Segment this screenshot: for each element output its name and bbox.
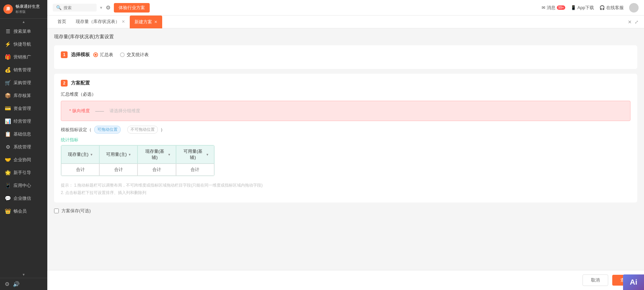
stats-header-1: 可用量(主) ▾ [99,145,138,164]
message-label: 消息 [547,5,555,11]
tab-new-scheme[interactable]: 新建方案 ✕ [130,16,162,28]
dimension-placeholder: 请选择分组维度 [109,108,140,114]
sidebar-item-marketing[interactable]: 🎁 营销推广 [0,51,47,64]
search-menu-icon: ☰ [5,28,11,34]
finance-icon: 💳 [5,105,11,112]
sidebar: 康 畅康通好生意 标准版 ▲ ☰ 搜索菜单 ⚡ 快捷导航 🎁 营销推广 💰 销售… [0,0,47,290]
topbar-gear-icon[interactable]: ⚙ [106,4,110,11]
section1-card: 1 选择模板 汇总表 交叉统计表 [54,45,637,69]
sidebar-item-finance[interactable]: 💳 资金管理 [0,102,47,115]
tab-expand-btns: ✕ ⤢ [628,19,639,25]
sidebar-item-enterprise[interactable]: 🤝 企业协同 [0,153,47,166]
message-item[interactable]: ✉ 消息 99+ [542,5,565,11]
stats-body-2: 合计 [138,164,176,176]
sidebar-item-label: 应用中心 [14,183,31,189]
online-service-item[interactable]: 🎧 在线客服 [599,5,624,11]
sidebar-item-purchase[interactable]: 🛒 采购管理 [0,76,47,89]
stats-table-header-row: 现存量(主) ▾ 可用量(主) ▾ 现存量(基辅) ▾ 可用量(基辅) ▾ [61,145,214,164]
hint-box: 提示： 1.拖动标题栏可以调整布局，不可跨维度或指标区域拖动栏目字段(只能在同一… [61,182,630,196]
template-cross-option[interactable]: 交叉统计表 [120,52,149,58]
marketing-icon: 🎁 [5,54,11,60]
radio-cross-dot [120,52,125,57]
sidebar-item-newbie[interactable]: 🌟 新手引导 [0,166,47,179]
trial-btn[interactable]: 体验行业方案 [114,3,150,13]
sidebar-item-system[interactable]: ⚙ 系统管理 [0,141,47,153]
tab-home[interactable]: 首页 [53,16,71,28]
template-summary-option[interactable]: 汇总表 [93,52,113,58]
ai-badge[interactable]: Ai [623,274,644,290]
topbar: 🔍 ▾ ⚙ 体验行业方案 ✉ 消息 99+ 📱 App下载 🎧 在线客服 [47,0,644,16]
chevron-down-2-icon[interactable]: ▾ [168,152,170,157]
sidebar-item-search-menu[interactable]: ☰ 搜索菜单 [0,25,47,38]
member-icon: 👑 [5,208,11,214]
sidebar-item-operation[interactable]: 📊 经营管理 [0,115,47,128]
dimension-box[interactable]: * 纵向维度 —— 请选择分组维度 [61,101,630,121]
cancel-button[interactable]: 取消 [583,274,608,286]
save-option-label: 方案保存(可选) [61,208,91,214]
chevron-down-3-icon[interactable]: ▾ [206,152,208,157]
page-title: 现存量(库存状况表)方案设置 [54,34,637,40]
stats-table-wrap: 现存量(主) ▾ 可用量(主) ▾ 现存量(基辅) ▾ 可用量(基辅) ▾ [61,145,215,176]
radio-summary-dot [93,52,98,57]
chevron-down-1-icon[interactable]: ▾ [129,152,131,157]
template-options: 汇总表 交叉统计表 [93,52,149,58]
sound-icon[interactable]: 🔊 [13,281,20,287]
message-badge: 99+ [557,5,565,10]
search-input[interactable] [64,5,91,10]
sidebar-item-inventory[interactable]: 📦 库存核算 [0,89,47,102]
sidebar-item-enterprise-wechat[interactable]: 💬 企业微信 [0,192,47,205]
stats-header-0-label: 现存量(主) [68,151,89,158]
save-option: 方案保存(可选) [54,208,637,214]
indicator-config-prefix: 模板指标设定（ [61,127,92,133]
expand-icon[interactable]: ⤢ [635,19,639,25]
tab-inventory-close-icon[interactable]: ✕ [122,19,125,24]
sidebar-item-label: 畅会员 [14,208,27,214]
topbar-right: ✉ 消息 99+ 📱 App下载 🎧 在线客服 [542,3,639,13]
sidebar-bottom: ⚙ 🔊 [0,278,47,290]
section2-card: 2 方案配置 汇总维度（必选） * 纵向维度 —— 请选择分组维度 模板指标设定… [54,74,637,202]
hint-text-0: 提示： 1.拖动标题栏可以调整布局，不可跨维度或指标区域拖动栏目字段(只能在同一… [61,182,630,189]
collapse-icon[interactable]: ✕ [628,19,632,25]
sidebar-scroll-up[interactable]: ▲ [0,19,47,25]
stats-table-body-row: 合计 合计 合计 合计 [61,164,214,176]
sidebar-item-label: 快捷导航 [14,41,31,47]
tabbar: 首页 现存量（库存状况表） ✕ 新建方案 ✕ ✕ ⤢ [47,16,644,28]
stats-section-label: 统计指标 [61,137,630,143]
tab-new-scheme-close-icon[interactable]: ✕ [154,20,157,24]
sidebar-item-label: 经营管理 [14,118,31,124]
sidebar-item-label: 系统管理 [14,144,31,150]
tab-inventory-status[interactable]: 现存量（库存状况表） ✕ [71,16,130,28]
chevron-down-0-icon[interactable]: ▾ [91,152,93,157]
enterprise-icon: 🤝 [5,157,11,163]
online-service-label: 在线客服 [606,5,624,11]
drag-badge: 可拖动位置 [94,126,121,134]
no-drag-badge: 不可拖动位置 [127,126,158,134]
sidebar-item-quick-nav[interactable]: ⚡ 快捷导航 [0,38,47,51]
sidebar-item-label: 基础信息 [14,131,31,137]
app-download-label: App下载 [577,5,594,11]
sales-icon: 💰 [5,67,11,73]
user-avatar[interactable] [629,3,639,13]
settings-icon[interactable]: ⚙ [5,281,9,287]
save-checkbox[interactable] [54,209,59,213]
sidebar-item-basic[interactable]: 📋 基础信息 [0,128,47,141]
sidebar-item-sales[interactable]: 💰 销售管理 [0,64,47,76]
sidebar-item-label: 企业协同 [14,157,31,163]
headset-icon: 🎧 [599,5,605,10]
vertical-dim-label: * 纵向维度 [69,108,90,114]
indicator-config-label: 模板指标设定（ 可拖动位置 不可拖动位置 ） [61,126,630,134]
app-download-item[interactable]: 📱 App下载 [571,5,594,11]
system-icon: ⚙ [5,144,11,150]
sidebar-item-label: 销售管理 [14,67,31,73]
chevron-down-icon[interactable]: ▾ [100,5,102,10]
tab-inventory-status-label: 现存量（库存状况表） [76,19,120,25]
enterprise-wechat-icon: 💬 [5,195,11,201]
sidebar-item-label: 新手引导 [14,170,31,176]
sidebar-item-app-center[interactable]: 📱 应用中心 [0,179,47,192]
sidebar-item-label: 搜索菜单 [14,28,31,34]
sidebar-item-member[interactable]: 👑 畅会员 [0,205,47,218]
sidebar-scroll-down[interactable]: ▼ [0,271,47,278]
tab-home-label: 首页 [57,19,66,25]
section2-num: 2 [61,80,68,87]
sidebar-item-label: 营销推广 [14,54,31,60]
